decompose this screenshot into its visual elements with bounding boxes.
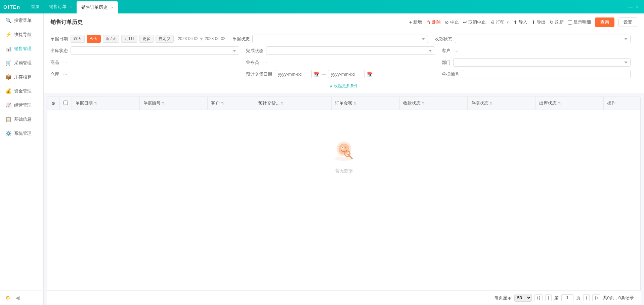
per-page-select[interactable]: 50 10 20 100: [514, 294, 532, 302]
next-page-btn[interactable]: ⟩: [583, 294, 590, 301]
th-bill-no-sort[interactable]: 单据编号 ⇅: [143, 100, 204, 106]
th-delivery-date-sort[interactable]: 预计交货... ⇅: [258, 100, 328, 106]
delete-icon: 🗑: [426, 20, 431, 25]
date-btn-1month[interactable]: 近1月: [121, 35, 138, 43]
filter-row-4: 仓库 ··· 预计交货日期 📅 — 📅 单据编号: [50, 70, 637, 78]
gear-icon[interactable]: ⚙: [51, 101, 55, 106]
th-date-sort[interactable]: 单据日期 ⇅: [75, 100, 136, 106]
filter-row-2: 出库状态 完成状态 客户 ···: [50, 46, 637, 55]
query-button[interactable]: 查询: [595, 17, 614, 27]
sidebar-item-sales-mgmt-label: 销售管理: [14, 46, 32, 52]
filter-cell-date: 单据日期 昨天 今天 近7天 近1月 更多 自定义 2023-06-02 至 2…: [50, 35, 232, 43]
date-separator: —: [321, 72, 326, 77]
sidebar-collapse-icon[interactable]: ◀: [15, 295, 19, 301]
complete-status-select[interactable]: [266, 46, 435, 55]
date-btn-today[interactable]: 今天: [87, 35, 101, 43]
topbar-minimize[interactable]: —: [628, 4, 633, 9]
th-bill-status-sort[interactable]: 单据状态 ⇅: [471, 100, 532, 106]
export-button[interactable]: ⬇ 导出: [531, 19, 546, 25]
th-gear[interactable]: ⚙: [47, 97, 59, 110]
sidebar-item-sales-mgmt[interactable]: 📊 销售管理: [0, 42, 43, 56]
filter-row-3: 商品 ··· 业务员 ··· 部门: [50, 58, 637, 67]
select-all-checkbox[interactable]: [63, 101, 68, 105]
filter-cell-bill-no: 单据编号: [442, 70, 637, 78]
customer-dots-btn[interactable]: ···: [453, 48, 460, 53]
display-checkbox[interactable]: [568, 20, 572, 25]
sidebar-item-basic-info[interactable]: 📋 基础信息: [0, 112, 43, 126]
sidebar-item-search-menu-label: 搜索菜单: [14, 17, 32, 24]
stop-button[interactable]: ⊘ 中止: [445, 19, 459, 25]
filter-cell-warehouse: 仓库 ···: [50, 71, 246, 77]
sidebar-item-inventory[interactable]: 📦 库存核算: [0, 70, 43, 84]
customer-label: 客户: [442, 48, 450, 54]
prev-page-btn[interactable]: ⟨: [545, 294, 552, 301]
add-button[interactable]: + 新增: [409, 19, 422, 25]
refresh-button[interactable]: ↻ 刷新: [550, 19, 564, 25]
sidebar-item-search-menu[interactable]: 🔍 搜索菜单: [0, 13, 43, 28]
page-prefix: 第: [554, 295, 559, 301]
th-action-label: 操作: [607, 101, 616, 106]
sidebar-item-quick-nav[interactable]: ⚡ 快捷导航: [0, 28, 43, 42]
print-button[interactable]: 🖨 打印 ▼: [490, 19, 509, 25]
tab-home[interactable]: 首页: [26, 0, 44, 13]
page-input[interactable]: [561, 294, 573, 301]
th-outbound-status-sort[interactable]: 出库状态 ⇅: [539, 100, 600, 106]
bill-status-select[interactable]: [252, 35, 428, 43]
delivery-date-end-input[interactable]: [328, 70, 365, 78]
filter-cell-bill-status: 单据状态: [232, 35, 435, 43]
complete-status-label: 完成状态: [246, 48, 263, 54]
display-toggle[interactable]: 显示明细: [568, 19, 591, 25]
filter-cell-outbound: 出库状态: [50, 46, 246, 55]
sidebar-item-sys-mgmt[interactable]: ⚙️ 系统管理: [0, 126, 43, 141]
sidebar-settings-icon[interactable]: ⚙: [5, 295, 10, 301]
first-page-btn[interactable]: ⟨⟨: [534, 294, 543, 301]
warehouse-dots-btn[interactable]: ···: [62, 72, 69, 77]
delivery-date-start-input[interactable]: [275, 70, 312, 78]
finance-icon: 💰: [5, 88, 11, 94]
product-dots-btn[interactable]: ···: [62, 60, 69, 65]
page-title: 销售订单历史: [50, 19, 83, 26]
th-outbound-status-label: 出库状态: [539, 100, 557, 106]
payment-status-select[interactable]: [455, 35, 631, 43]
date-btn-more[interactable]: 更多: [139, 35, 154, 43]
cancel-stop-button[interactable]: ↩ 取消中止: [463, 19, 486, 25]
tab-sales-order-history[interactable]: 销售订单历史 ×: [77, 1, 118, 13]
product-label: 商品: [50, 60, 59, 66]
th-customer-sort[interactable]: 客户 ⇅: [211, 100, 251, 106]
th-order-amount-sort[interactable]: 订单金额 ⇅: [335, 100, 396, 106]
sidebar-item-purchase-mgmt[interactable]: 🛒 采购管理: [0, 56, 43, 70]
tab-sales-order-history-close[interactable]: ×: [111, 5, 113, 9]
th-customer-label: 客户: [211, 100, 220, 106]
calendar-start-icon[interactable]: 📅: [314, 72, 319, 77]
department-select[interactable]: [453, 58, 631, 67]
sidebar-item-operations[interactable]: 📈 经营管理: [0, 98, 43, 112]
tab-sales-order[interactable]: 销售订单 ×: [44, 0, 77, 13]
th-outbound-status-sort-icon: ⇅: [558, 101, 561, 106]
import-button[interactable]: ⬆ 导入: [513, 19, 527, 25]
outbound-status-select[interactable]: [71, 46, 239, 55]
topbar-close[interactable]: ×: [636, 4, 639, 9]
th-delivery-date-sort-icon: ⇅: [281, 101, 284, 106]
th-payment-status-sort[interactable]: 收款状态 ⇅: [403, 100, 464, 106]
th-bill-status-label: 单据状态: [471, 100, 488, 106]
bill-no-label: 单据编号: [442, 71, 459, 77]
payment-status-label: 收款状态: [435, 36, 452, 42]
tab-sales-order-history-label: 销售订单历史: [81, 4, 108, 10]
calendar-end-icon[interactable]: 📅: [367, 72, 373, 77]
date-btn-7days[interactable]: 近7天: [103, 35, 119, 43]
th-customer-sort-icon: ⇅: [221, 101, 224, 106]
date-btn-yesterday[interactable]: 昨天: [71, 35, 85, 43]
sidebar-item-finance[interactable]: 💰 资金管理: [0, 84, 43, 98]
th-checkbox[interactable]: [59, 97, 72, 110]
pagination-bar: 每页显示 50 10 20 100 ⟨⟨ ⟨ 第 页 ⟩ ⟩⟩ 共0页，0条记录: [47, 290, 641, 305]
salesman-dots-btn[interactable]: ···: [262, 60, 268, 65]
delete-button[interactable]: 🗑 删除: [426, 19, 441, 25]
import-label: 导入: [519, 19, 527, 25]
last-page-btn[interactable]: ⟩⟩: [592, 294, 600, 301]
setting-button[interactable]: 设置: [618, 17, 637, 27]
collapse-row[interactable]: ∧ 收起更多条件: [50, 82, 637, 89]
date-btn-custom[interactable]: 自定义: [156, 35, 174, 43]
bill-no-input[interactable]: [462, 70, 631, 78]
tab-sales-order-close[interactable]: ×: [70, 5, 72, 9]
toolbar: + 新增 🗑 删除 ⊘ 中止 ↩ 取消中止: [409, 17, 637, 27]
